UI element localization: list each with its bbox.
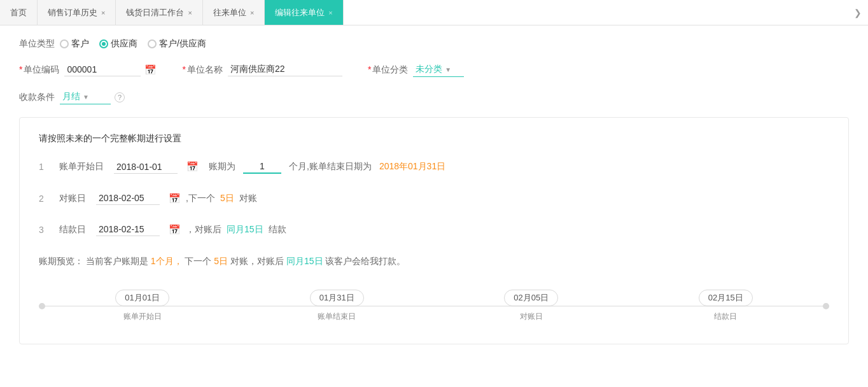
- period-end-date-1: 2018年01月31日: [379, 161, 445, 172]
- timeline-node-4: 02月15日 结款日: [699, 290, 753, 322]
- period-num-1: 1: [39, 162, 49, 172]
- timeline-node-1: 01月01日 账单开始日: [115, 290, 169, 322]
- period-cal-icon-3[interactable]: 📅: [169, 224, 181, 236]
- timeline-label-1: 账单开始日: [123, 311, 162, 322]
- timeline-badge-3: 02月05日: [504, 290, 558, 306]
- payment-select[interactable]: 月结 ▼: [60, 90, 111, 104]
- close-tab-partner[interactable]: ×: [250, 9, 254, 17]
- period-desc-before-1: 账期为: [209, 161, 235, 172]
- tab-edit-partner[interactable]: 编辑往来单位 ×: [265, 0, 343, 25]
- timeline-row: 01月01日 账单开始日 01月31日 账单结束日 02月05日 对账日: [39, 290, 829, 322]
- tabs-bar: 首页 销售订单历史 × 钱货日清工作台 × 往来单位 × 编辑往来单位 × ❯: [0, 0, 868, 25]
- payment-row: 收款条件 月结 ▼ ?: [19, 90, 849, 104]
- unit-code-group: *单位编码 📅: [19, 63, 157, 76]
- unit-category-group: *单位分类 未分类 ▼: [368, 62, 464, 77]
- period-date-1[interactable]: [114, 160, 178, 174]
- radio-label-customer-supplier: 客户/供应商: [159, 38, 206, 50]
- preview-end: 该客户会给我打款。: [325, 256, 405, 266]
- unit-type-row: 单位类型 客户 供应商 客户/供应商: [19, 38, 849, 50]
- unit-fields-row: *单位编码 📅 *单位名称 *单位分类 未分类 ▼: [19, 62, 849, 77]
- period-suffix2-3: 结款: [269, 224, 286, 236]
- timeline-start-dot: [39, 303, 45, 309]
- preview-highlight1: 1个月，: [151, 256, 183, 266]
- preview-highlight3: 同月15日: [286, 256, 323, 266]
- period-desc-3: ，对账后: [186, 224, 221, 236]
- unit-type-label: 单位类型: [19, 38, 55, 50]
- radio-circle-supplier: [99, 39, 108, 48]
- tabs-scroll-arrow[interactable]: ❯: [848, 8, 868, 18]
- tab-sales-history[interactable]: 销售订单历史 ×: [38, 0, 116, 25]
- period-row-3: 3 结款日 📅 ，对账后 同月15日 结款: [39, 223, 829, 236]
- period-label-2: 对账日: [59, 193, 86, 204]
- timeline-node-2: 01月31日 账单结束日: [310, 290, 364, 322]
- timeline-badge-2: 01月31日: [310, 290, 364, 306]
- radio-label-customer: 客户: [71, 38, 89, 50]
- period-card-title: 请按照未来的一个完整帐期进行设置: [39, 133, 829, 144]
- radio-customer-supplier[interactable]: 客户/供应商: [148, 38, 206, 50]
- preview-highlight2: 5日: [214, 256, 228, 266]
- tab-partner[interactable]: 往来单位 ×: [203, 0, 265, 25]
- period-date-3[interactable]: [96, 223, 160, 236]
- timeline-nodes: 01月01日 账单开始日 01月31日 账单结束日 02月05日 对账日: [45, 290, 823, 322]
- timeline-label-3: 对账日: [520, 311, 543, 322]
- period-label-1: 账单开始日: [59, 161, 104, 172]
- period-month-input[interactable]: [243, 160, 281, 174]
- main-content: 单位类型 客户 供应商 客户/供应商 *单位编码 📅: [0, 25, 868, 387]
- radio-circle-customer: [60, 39, 69, 48]
- timeline-badge-1: 01月01日: [115, 290, 169, 306]
- timeline-badge-4: 02月15日: [699, 290, 753, 306]
- payment-chevron-icon: ▼: [83, 94, 89, 101]
- timeline-container: 01月01日 账单开始日 01月31日 账单结束日 02月05日 对账日: [39, 283, 829, 328]
- unit-name-label: *单位名称: [182, 64, 222, 76]
- period-cal-icon-2[interactable]: 📅: [169, 193, 181, 204]
- unit-category-label: *单位分类: [368, 64, 408, 76]
- unit-name-input[interactable]: [228, 63, 342, 76]
- period-desc-2: ,下一个: [186, 193, 215, 204]
- timeline-label-2: 账单结束日: [318, 311, 356, 322]
- radio-circle-customer-supplier: [148, 39, 157, 48]
- close-tab-cash-workbench[interactable]: ×: [188, 9, 192, 17]
- preview-label: 账期预览：: [39, 256, 83, 266]
- radio-supplier[interactable]: 供应商: [99, 38, 137, 50]
- chevron-down-icon: ▼: [445, 66, 451, 73]
- timeline-end-dot: [823, 303, 829, 309]
- period-label-3: 结款日: [59, 224, 86, 236]
- radio-label-supplier: 供应商: [111, 38, 137, 50]
- payment-help-icon[interactable]: ?: [115, 92, 125, 102]
- unit-name-group: *单位名称: [182, 63, 342, 76]
- preview-text: 账期预览： 当前客户账期是 1个月， 下一个 5日 对账，对账后 同月15日 该…: [39, 254, 829, 268]
- unit-category-value: 未分类: [416, 64, 442, 75]
- preview-mid2: 对账，对账后: [230, 256, 284, 266]
- payment-label: 收款条件: [19, 92, 55, 103]
- period-highlight-2: 5日: [220, 193, 234, 204]
- period-month-label: 个月,账单结束日期为: [289, 161, 372, 172]
- period-date-2[interactable]: [96, 192, 160, 205]
- period-row-1: 1 账单开始日 📅 账期为 个月,账单结束日期为 2018年01月31日: [39, 160, 829, 174]
- preview-mid1: 下一个: [185, 256, 211, 266]
- close-tab-sales-history[interactable]: ×: [101, 9, 105, 17]
- period-num-2: 2: [39, 194, 49, 204]
- timeline-label-4: 结款日: [714, 311, 737, 322]
- payment-value: 月结: [62, 91, 80, 102]
- period-card: 请按照未来的一个完整帐期进行设置 1 账单开始日 📅 账期为 个月,账单结束日期…: [19, 117, 849, 344]
- period-suffix2-2: 对账: [239, 193, 257, 204]
- unit-code-icon[interactable]: 📅: [144, 64, 157, 76]
- timeline-node-3: 02月05日 对账日: [504, 290, 558, 322]
- tab-cash-workbench[interactable]: 钱货日清工作台 ×: [116, 0, 202, 25]
- close-tab-edit-partner[interactable]: ×: [328, 9, 332, 17]
- period-row-2: 2 对账日 📅 ,下一个 5日 对账: [39, 192, 829, 205]
- preview-before: 当前客户账期是: [86, 256, 148, 266]
- radio-customer[interactable]: 客户: [60, 38, 89, 50]
- period-cal-icon-1[interactable]: 📅: [186, 161, 199, 172]
- tab-home[interactable]: 首页: [0, 0, 38, 25]
- unit-code-label: *单位编码: [19, 64, 59, 76]
- unit-code-input[interactable]: [64, 63, 141, 76]
- radio-group-unit-type: 客户 供应商 客户/供应商: [60, 38, 206, 50]
- period-highlight-3: 同月15日: [227, 224, 263, 236]
- period-num-3: 3: [39, 225, 49, 235]
- unit-category-select[interactable]: 未分类 ▼: [413, 62, 464, 77]
